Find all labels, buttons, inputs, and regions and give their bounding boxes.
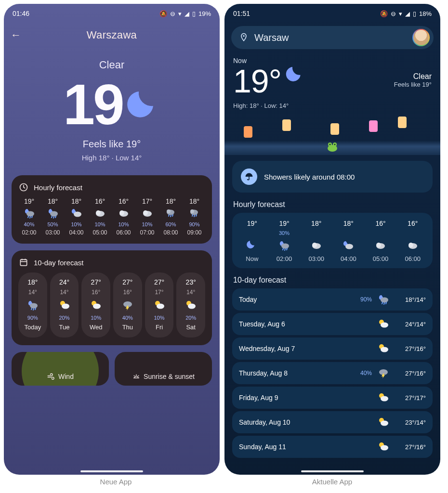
hourly-cell[interactable]: 16° 06:00 (396, 220, 429, 262)
svg-point-16 (334, 144, 336, 145)
statusbar: 01:51 🔕 ⊖ ▾ ◢ ▯ 18% (224, 4, 440, 23)
hourly-temp: 19° (247, 220, 257, 227)
status-right: 🔕 ⊖ ▾ ◢ ▯ 19% (159, 10, 211, 17)
hourly-temp: 18° (189, 197, 199, 205)
hourly-precip: 10% (94, 221, 105, 227)
daily-temps: 27°/16° (395, 370, 426, 377)
hourly-cell[interactable]: 16° 10% 05:00 (89, 197, 111, 236)
wind-label: Wind (58, 373, 74, 380)
hourly-cell[interactable]: 19° 30% 02:00 (268, 220, 301, 262)
weather-icon (377, 366, 390, 380)
weather-icon (310, 239, 323, 252)
hourly-cell[interactable]: 18° 03:00 (300, 220, 332, 262)
hourly-cell[interactable]: 18° 50% 03:00 (42, 197, 64, 236)
daily-row[interactable]: Thursday, Aug 8 40% 27°/16° (232, 362, 433, 384)
dnd-icon: ⊖ (391, 10, 396, 17)
daily-low: 16° (92, 289, 100, 296)
hourly-precip: 10% (118, 221, 129, 227)
daily-temps: 18°/14° (395, 296, 426, 303)
hourly-cell[interactable]: 17° 10% 07:00 (136, 197, 158, 236)
daily-row[interactable]: Today 90% 18°/14° (232, 288, 433, 311)
home-indicator[interactable] (80, 470, 143, 472)
hourly-time: 06:00 (116, 229, 131, 236)
hourly-row[interactable]: 19° 40% 02:00 18° 50% 03:00 18° 10% 04:0… (18, 197, 205, 236)
daily-precip: 10% (91, 315, 101, 321)
daily-row[interactable]: 18° 14° 90% Today 24° 14° 20% Tue 27° 16… (18, 272, 205, 337)
phone-right: 01:51 🔕 ⊖ ▾ ◢ ▯ 18% Warsaw Now 19° Clear (224, 4, 440, 475)
daily-row[interactable]: Sunday, Aug 11 27°/16° (232, 436, 433, 458)
weather-icon (377, 293, 390, 306)
daily-row[interactable]: Wednesday, Aug 7 27°/16° (232, 337, 433, 360)
moon-icon (126, 87, 160, 122)
hourly-cell[interactable]: 19° Now (236, 220, 268, 262)
home-indicator[interactable] (301, 470, 364, 472)
sunrise-card[interactable]: Sunrise & sunset (115, 352, 212, 386)
daily-cell[interactable]: 27° 17° 10% Fri (145, 272, 174, 337)
search-bar[interactable]: Warsaw (231, 26, 434, 49)
daily-row[interactable]: Saturday, Aug 10 23°/14° (232, 411, 433, 433)
weather-icon (277, 239, 291, 252)
weather-alert[interactable]: Showers likely around 08:00 (232, 161, 433, 193)
frog-icon (325, 140, 340, 152)
profile-avatar[interactable] (412, 29, 430, 46)
daily-day: Sat (186, 324, 196, 331)
signal-icon: ◢ (184, 10, 189, 17)
daily-cell[interactable]: 18° 14° 90% Today (18, 272, 47, 337)
daily-temps: 27°/17° (395, 394, 426, 402)
hourly-temp: 16° (408, 220, 418, 227)
hourly-time: 09:00 (187, 229, 201, 236)
feels-like: Feels like 19° (4, 139, 220, 150)
daily-high: 27° (91, 278, 101, 286)
daily-day: Today (24, 324, 41, 331)
hourly-cell[interactable]: 16° 10% 06:00 (113, 197, 134, 236)
temperature: 19° (233, 65, 281, 97)
hourly-temp: 19° (24, 197, 34, 205)
caption-left: Neue App (8, 478, 224, 486)
daily-low: 16° (123, 289, 132, 296)
daily-cell[interactable]: 24° 14° 20% Tue (50, 272, 79, 337)
wind-card[interactable]: Wind (12, 352, 109, 386)
daily-cell[interactable]: 23° 14° 20% Sat (176, 272, 205, 337)
weather-icon (377, 440, 390, 454)
hourly-cell[interactable]: 16° 05:00 (365, 220, 397, 262)
hourly-cell[interactable]: 18° 90% 09:00 (184, 197, 205, 236)
daily-name: Sunday, Aug 11 (239, 443, 346, 451)
daily-card[interactable]: 10-day forecast 18° 14° 90% Today 24° 14… (12, 250, 212, 345)
hourly-temp: 18° (343, 220, 354, 227)
hourly-temp: 18° (48, 197, 58, 205)
daily-cell[interactable]: 27° 16° 10% Wed (81, 272, 110, 337)
hourly-cell[interactable]: 18° 60% 08:00 (160, 197, 182, 236)
daily-precip: 40% (351, 370, 372, 376)
hourly-precip: 40% (24, 221, 34, 227)
daily-row[interactable]: Tuesday, Aug 6 24°/14° (232, 313, 433, 335)
illustration (224, 112, 440, 155)
daily-day: Wed (90, 324, 103, 331)
hourly-cell[interactable]: 19° 40% 02:00 (18, 197, 40, 236)
weather-icon (89, 298, 103, 312)
daily-name: Tuesday, Aug 6 (239, 320, 346, 328)
hourly-time: 04:00 (69, 229, 83, 236)
hourly-time: 08:00 (163, 229, 178, 236)
daily-name: Friday, Aug 9 (239, 394, 346, 402)
umbrella-icon (241, 169, 257, 185)
daily-high: 27° (122, 278, 132, 286)
hourly-row[interactable]: 19° Now 19° 30% 02:00 18° 03:00 18° 04:0… (232, 213, 433, 268)
hourly-cell[interactable]: 18° 10% 04:00 (66, 197, 87, 236)
daily-name: Wednesday, Aug 7 (239, 345, 346, 352)
hourly-title: Hourly forecast (34, 183, 82, 192)
clock-icon (18, 182, 29, 193)
daily-low: 14° (60, 289, 68, 296)
current-weather: Clear 19 Feels like 19° High 18° · Low 1… (4, 47, 220, 169)
hourly-time: 02:00 (277, 255, 292, 262)
back-button[interactable]: ← (11, 29, 21, 41)
daily-temps: 24°/14° (395, 321, 426, 328)
daily-row[interactable]: Friday, Aug 9 27°/17° (232, 387, 433, 409)
weather-icon (165, 207, 177, 220)
hourly-card[interactable]: Hourly forecast 19° 40% 02:00 18° 50% 03… (12, 175, 212, 244)
high-low: High: 18° · Low: 14° (233, 102, 432, 109)
hourly-cell[interactable]: 18° 04:00 (332, 220, 365, 262)
mute-icon: 🔕 (380, 10, 388, 17)
daily-cell[interactable]: 27° 16° 40% Thu (113, 272, 142, 337)
current-weather: Now 19° Clear Feels like 19° High: 18° ·… (224, 49, 440, 155)
daily-list[interactable]: Today 90% 18°/14° Tuesday, Aug 6 24°/14°… (232, 288, 433, 458)
